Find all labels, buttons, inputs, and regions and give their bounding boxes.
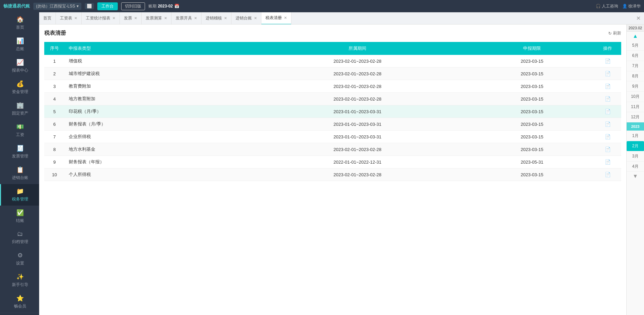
cell-type: 教育费附加: [65, 80, 245, 93]
date-month-5[interactable]: 5月: [627, 41, 644, 51]
sidebar-item-purchase-sales[interactable]: 📋 进销台账: [0, 163, 39, 184]
action-doc-icon[interactable]: 📄: [605, 96, 611, 102]
sidebar-item-assets[interactable]: 🏢 固定资产: [0, 98, 39, 120]
chevron-down-icon: ▾: [77, 4, 79, 9]
date-month-4[interactable]: 4月: [627, 162, 644, 172]
cell-action[interactable]: 📄: [594, 80, 621, 93]
cell-no: 8: [44, 143, 65, 156]
cell-period: 2023-02-01~2023-02-28: [245, 143, 470, 156]
cell-action[interactable]: 📄: [594, 131, 621, 143]
date-month-3[interactable]: 3月: [627, 151, 644, 162]
ai-consult-btn[interactable]: 🎧 人工咨询: [596, 3, 618, 9]
cell-action[interactable]: 📄: [594, 55, 621, 68]
copy-button[interactable]: ⬜: [85, 3, 94, 9]
archive-icon: 🗂: [17, 230, 23, 238]
cell-type: 印花税（月/季）: [65, 105, 245, 118]
cell-action[interactable]: 📄: [594, 156, 621, 168]
date-month-6[interactable]: 6月: [627, 51, 644, 61]
sidebar-item-reports[interactable]: 📈 报表中心: [0, 55, 39, 77]
date-sidebar: 2023.02 ▲ 5月 6月 7月 8月 9月 10月 11月 12月 202…: [626, 25, 644, 315]
cell-action[interactable]: 📄: [594, 105, 621, 118]
company-selector[interactable]: (勿动）江西报宝-LSS ▾: [33, 3, 81, 10]
cell-no: 9: [44, 156, 65, 168]
sidebar-item-membership[interactable]: ⭐ 畅会员: [0, 291, 39, 313]
home-icon: 🏠: [16, 16, 24, 23]
date-month-8[interactable]: 8月: [627, 71, 644, 81]
switch-old-button[interactable]: 切到旧版: [121, 2, 145, 10]
tab-payroll[interactable]: 工资表 ✕: [56, 12, 82, 25]
cell-type: 企业所得税: [65, 131, 245, 143]
cell-type: 个人所得税: [65, 168, 245, 181]
action-doc-icon[interactable]: 📄: [605, 84, 611, 89]
table-row: 1 增值税 2023-02-01~2023-02-28 2023-03-15 📄: [44, 55, 621, 68]
cell-action[interactable]: 📄: [594, 168, 621, 181]
date-month-11[interactable]: 11月: [627, 102, 644, 112]
tax-icon: 📁: [16, 188, 24, 195]
cell-action[interactable]: 📄: [594, 143, 621, 156]
tab-tax-list[interactable]: 税表清册 ✕: [261, 12, 291, 25]
tab-close-payroll-stats[interactable]: ✕: [112, 16, 115, 20]
close-all-icon[interactable]: ✕: [636, 15, 641, 21]
date-month-7[interactable]: 7月: [627, 61, 644, 71]
date-year-2023[interactable]: 2023: [627, 122, 644, 131]
date-month-1[interactable]: 1月: [627, 131, 644, 141]
cell-no: 4: [44, 93, 65, 105]
action-doc-icon[interactable]: 📄: [605, 109, 611, 114]
workbench-button[interactable]: 工作台: [97, 2, 118, 10]
user-info[interactable]: 👤 徐泽华: [622, 3, 641, 9]
tab-close-ps-ledger[interactable]: ✕: [254, 16, 257, 20]
action-doc-icon[interactable]: 📄: [605, 71, 611, 76]
tab-close-invoice-issue[interactable]: ✕: [194, 16, 197, 20]
sidebar-item-settings[interactable]: ⚙ 设置: [0, 248, 39, 270]
cell-action[interactable]: 📄: [594, 68, 621, 80]
cell-deadline: 2023-03-15: [470, 143, 594, 156]
tab-close-all[interactable]: ✕: [633, 15, 644, 21]
unpin-button[interactable]: 📌 取消固定: [0, 313, 39, 315]
tab-close-ps-audit[interactable]: ✕: [224, 16, 227, 20]
cell-type: 地方水利基金: [65, 143, 245, 156]
assets-icon: 🏢: [16, 102, 24, 109]
tab-close-invoice-calc[interactable]: ✕: [164, 16, 167, 20]
sidebar-item-guide[interactable]: ✨ 新手引导: [0, 270, 39, 291]
refresh-button[interactable]: ↻ 刷新: [608, 30, 621, 36]
date-sidebar-header: 2023.02: [627, 25, 644, 32]
sidebar-item-ledger[interactable]: 📊 总账: [0, 34, 39, 55]
sidebar: 🏠 首页 📊 总账 📈 报表中心 💰 资金管理 🏢 固定资产 💵 工资 🧾 发票…: [0, 12, 39, 315]
date-month-10[interactable]: 10月: [627, 92, 644, 102]
tab-close-invoice[interactable]: ✕: [134, 16, 137, 20]
cell-action[interactable]: 📄: [594, 118, 621, 131]
tab-close-tax-list[interactable]: ✕: [284, 16, 287, 20]
sidebar-item-invoices[interactable]: 🧾 发票管理: [0, 141, 39, 163]
tab-home[interactable]: 首页: [39, 12, 56, 25]
sidebar-item-funds[interactable]: 💰 资金管理: [0, 77, 39, 98]
sidebar-item-tax[interactable]: 📁 税务管理: [0, 184, 39, 206]
action-doc-icon[interactable]: 📄: [605, 159, 611, 165]
tab-invoice-calc[interactable]: 发票测算 ✕: [142, 12, 172, 25]
date-month-12[interactable]: 12月: [627, 112, 644, 122]
sidebar-item-payroll[interactable]: 💵 工资: [0, 120, 39, 141]
action-doc-icon[interactable]: 📄: [605, 121, 611, 127]
date-nav-down[interactable]: ▼: [627, 172, 644, 181]
date-nav-up[interactable]: ▲: [627, 32, 644, 41]
date-month-2-active[interactable]: 2月: [627, 141, 644, 151]
cell-deadline: 2023-03-15: [470, 68, 594, 80]
action-doc-icon[interactable]: 📄: [605, 147, 611, 152]
cell-no: 1: [44, 55, 65, 68]
date-month-9[interactable]: 9月: [627, 81, 644, 92]
tab-ps-audit[interactable]: 进销稽核 ✕: [202, 12, 231, 25]
tab-ps-ledger[interactable]: 进销台账 ✕: [231, 12, 261, 25]
payroll-icon: 💵: [16, 123, 24, 131]
tab-close-payroll[interactable]: ✕: [74, 16, 77, 20]
tab-invoice[interactable]: 发票 ✕: [120, 12, 142, 25]
action-doc-icon[interactable]: 📄: [605, 134, 611, 139]
sidebar-item-archive[interactable]: 🗂 归档管理: [0, 227, 39, 248]
tab-invoice-issue[interactable]: 发票开具 ✕: [172, 12, 202, 25]
sidebar-item-home[interactable]: 🏠 首页: [0, 12, 39, 34]
cell-action[interactable]: 📄: [594, 93, 621, 105]
action-doc-icon[interactable]: 📄: [605, 58, 611, 64]
action-doc-icon[interactable]: 📄: [605, 172, 611, 177]
calendar-icon[interactable]: 📅: [174, 4, 179, 9]
tab-payroll-stats[interactable]: 工资统计报表 ✕: [82, 12, 120, 25]
cell-no: 2: [44, 68, 65, 80]
sidebar-item-checkout[interactable]: ✅ 结账: [0, 206, 39, 227]
